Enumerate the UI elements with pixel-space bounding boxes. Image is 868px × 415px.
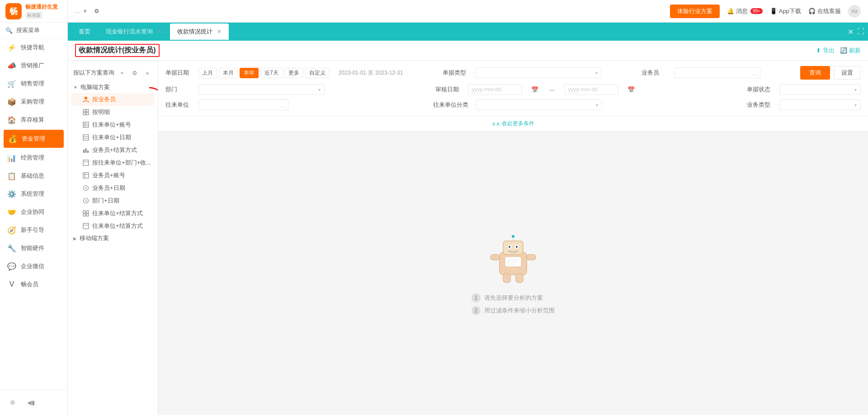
date-btn-this-year[interactable]: 本年 xyxy=(240,68,259,78)
export-btn[interactable]: ⬆ 导出 xyxy=(816,47,835,55)
app-download-btn[interactable]: 📱 App下载 xyxy=(770,7,801,15)
tree-item-salesman-settlement[interactable]: 业务员+结算方式 xyxy=(71,144,154,156)
query-btn[interactable]: 查询 xyxy=(800,66,830,80)
tree-item-by-detail[interactable]: 按明细 xyxy=(71,106,154,118)
notification-btn[interactable]: 🔔 消息 99+ xyxy=(727,7,763,15)
date-btn-last-month[interactable]: 上月 xyxy=(198,68,217,78)
tree-item-unit-dept-collect[interactable]: 按往来单位+部门+收... xyxy=(71,156,154,169)
refresh-icon: 🔄 xyxy=(840,47,847,54)
svg-point-38 xyxy=(516,246,518,248)
counterpart-input[interactable]: ... xyxy=(198,99,288,110)
svg-rect-27 xyxy=(83,211,85,213)
salesman-input[interactable]: ... xyxy=(674,67,760,78)
search-menu[interactable]: 🔍 搜索菜单 xyxy=(0,23,67,38)
svg-rect-42 xyxy=(527,255,536,260)
page-header-actions: ⬆ 导出 🔄 刷新 xyxy=(816,47,861,55)
tree-item-by-salesman[interactable]: 按业务员 xyxy=(71,93,154,106)
table-icon-2 xyxy=(82,134,90,141)
tabbar-close-icon[interactable]: ✕ xyxy=(848,28,854,36)
tab-bank-close[interactable]: ✕ xyxy=(157,28,162,35)
sidebar-item-marketing[interactable]: 📣 营销推广 xyxy=(0,57,67,75)
doc-status-select[interactable]: ▾ xyxy=(779,84,861,95)
date-btn-this-month[interactable]: 本月 xyxy=(219,68,238,78)
panel-add-btn[interactable]: + xyxy=(117,68,127,78)
sidebar-item-inventory[interactable]: 🏠 库存核算 xyxy=(0,111,67,129)
counterpart-cat-select[interactable]: ▾ xyxy=(476,99,602,110)
salesman-text-input[interactable] xyxy=(675,68,750,78)
calendar-icon-1: 📅 xyxy=(529,86,540,93)
counterpart-more-icon[interactable]: ... xyxy=(278,102,288,108)
tree-item-unit-account[interactable]: 往来单位+账号 xyxy=(71,118,154,131)
right-panel: 单据日期 上月 本月 本年 近7天 更多 自定义 2023-01-01 至 xyxy=(158,61,868,415)
tree-item-salesman-date[interactable]: 业务员+日期 xyxy=(71,182,154,194)
sidebar-item-hardware[interactable]: 🔧 智能硬件 xyxy=(0,239,67,257)
salesman-label: 业务员 xyxy=(642,69,667,77)
panel-settings-btn[interactable]: ⚙ xyxy=(130,68,140,78)
counterpart-text-input[interactable] xyxy=(198,100,278,110)
hint-item-1: 1 请先选择要分析的方案 xyxy=(472,293,555,302)
tab-bank[interactable]: 现金银行流水查询 ✕ xyxy=(99,24,169,40)
sidebar-item-purchase[interactable]: 📦 采购管理 xyxy=(0,93,67,111)
refresh-btn[interactable]: 🔄 刷新 xyxy=(840,47,861,55)
biz-type-select[interactable]: ▾ xyxy=(779,99,861,110)
tree-item-dept-date[interactable]: 部门+日期 xyxy=(71,194,154,207)
date-btn-custom[interactable]: 自定义 xyxy=(305,68,330,78)
date-btn-7days[interactable]: 近7天 xyxy=(260,68,283,78)
sidebar-item-operations[interactable]: 📊 经营管理 xyxy=(0,149,67,167)
settings-btn[interactable]: 设置 xyxy=(834,66,861,80)
salesman-more-icon[interactable]: ... xyxy=(750,70,760,76)
tab-home[interactable]: 首页 xyxy=(71,24,98,40)
tab-collection[interactable]: 收款情况统计 ✕ xyxy=(170,24,229,40)
desktop-group-title[interactable]: ▼ 电脑端方案 xyxy=(71,81,154,93)
collapse-sidebar-btn[interactable]: ◀▮ xyxy=(24,395,38,410)
enterprise-icon: 🤝 xyxy=(7,208,16,217)
sidebar-item-finance[interactable]: 💰 资金管理 xyxy=(4,130,64,148)
mobile-group: ▶ 移动端方案 xyxy=(68,232,158,244)
date-btn-more[interactable]: 更多 xyxy=(284,68,303,78)
mobile-group-title[interactable]: ▶ 移动端方案 xyxy=(71,232,154,244)
group-arrow-icon: ▼ xyxy=(73,85,78,90)
svg-rect-6 xyxy=(83,122,89,127)
download-icon: 📱 xyxy=(770,8,777,14)
empty-state: 1 请先选择要分析的方案 2 用过滤条件来缩小分析范围 xyxy=(158,132,868,415)
sidebar-item-guide[interactable]: 🧭 新手引导 xyxy=(0,221,67,239)
collapse-chevron-icon: ∧∧ xyxy=(492,121,500,127)
sidebar-item-wechat[interactable]: 💬 企业微信 xyxy=(0,257,67,275)
sidebar-item-system[interactable]: ⚙️ 系统管理 xyxy=(0,185,67,203)
tabbar-expand-icon[interactable]: ⛶ xyxy=(857,28,864,36)
panel-collapse-btn[interactable]: « xyxy=(142,68,152,78)
audit-date-to[interactable]: yyyy-mm-dd xyxy=(564,84,618,95)
user-avatar[interactable]: Rit xyxy=(848,5,861,18)
audit-date-from[interactable]: yyyy-mm-dd xyxy=(468,84,522,95)
tab-collection-close[interactable]: ✕ xyxy=(217,28,222,35)
doc-type-placeholder xyxy=(479,70,481,76)
tree-item-unit-date[interactable]: 往来单位+日期 xyxy=(71,131,154,144)
filter-area: 单据日期 上月 本月 本年 近7天 更多 自定义 2023-01-01 至 xyxy=(158,61,868,116)
search-icon: 🔍 xyxy=(5,27,13,34)
sidebar-item-member[interactable]: V 畅会员 xyxy=(0,275,67,293)
sidebar-item-quick-nav[interactable]: ⚡ 快捷导航 xyxy=(0,38,67,57)
logo-name: 畅捷通好生意 xyxy=(25,3,58,11)
topbar-dropdown-icon[interactable]: ▾ xyxy=(84,8,87,14)
svg-rect-15 xyxy=(87,151,89,153)
settings-btn[interactable]: ⚙ xyxy=(5,395,20,410)
doc-type-select[interactable]: ▾ xyxy=(475,67,602,78)
tree-item-salesman-account[interactable]: 业务员+账号 xyxy=(71,169,154,182)
sidebar-item-sales[interactable]: 🛒 销售管理 xyxy=(0,75,67,93)
sidebar-item-enterprise[interactable]: 🤝 企业协同 xyxy=(0,203,67,221)
trial-btn[interactable]: 体验行业方案 xyxy=(670,5,720,18)
dept-select[interactable]: ▾ xyxy=(198,84,325,95)
tree-item-unit-settlement1[interactable]: 往来单位+结算方式 xyxy=(71,207,154,220)
topbar-left: ... ▾ ⚙ xyxy=(75,8,99,14)
collapse-bar[interactable]: ∧∧ 收起更多条件 xyxy=(158,116,868,132)
logo-icon: 畅 xyxy=(5,3,22,19)
svg-rect-4 xyxy=(83,113,85,115)
svg-rect-43 xyxy=(503,274,510,283)
main-area: ... ▾ ⚙ 体验行业方案 🔔 消息 99+ 📱 App下载 🎧 在线客服 R… xyxy=(68,0,868,415)
page-header: 收款情况统计(按业务员) ⬆ 导出 🔄 刷新 xyxy=(68,41,868,61)
sidebar-item-base[interactable]: 📋 基础信息 xyxy=(0,167,67,185)
desktop-group: ▼ 电脑端方案 按业务员 按明细 xyxy=(68,81,158,232)
topbar-gear-btn[interactable]: ⚙ xyxy=(94,8,99,14)
online-service-btn[interactable]: 🎧 在线客服 xyxy=(808,7,841,15)
tree-item-unit-settlement2[interactable]: 往来单位+结算方式 xyxy=(71,220,154,232)
